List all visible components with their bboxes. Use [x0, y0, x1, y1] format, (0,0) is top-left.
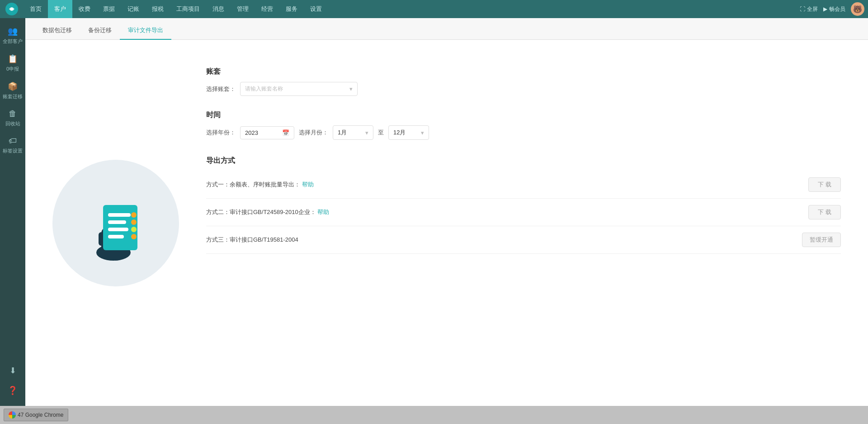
trash-icon: 🗑 — [9, 109, 17, 119]
nav-tax[interactable]: 报税 — [146, 0, 170, 18]
method-3-open-button[interactable]: 暂缓开通 — [802, 233, 841, 247]
month-end-chevron: ▾ — [421, 129, 424, 136]
content-area: 数据包迁移 备份迁移 审计文件导出 — [25, 18, 868, 406]
sidebar-item-label: 账套迁移 — [3, 93, 23, 100]
nav-message[interactable]: 消息 — [206, 0, 231, 18]
app-logo — [4, 1, 20, 17]
illustration-circle — [52, 160, 179, 286]
taskbar: 47 Google Chrome — [0, 406, 868, 424]
month-start-value: 1月 — [338, 129, 347, 137]
svg-point-13 — [131, 219, 137, 225]
method-2-label: 方式二：审计接口GB/T24589-2010企业： 帮助 — [206, 208, 329, 216]
sidebar-download-icon[interactable]: ⬇ — [5, 362, 21, 379]
export-section: 导出方式 方式一：余额表、序时账批量导出： 帮助 下 载 方式二：审计接口GB/… — [206, 156, 841, 254]
nav-home[interactable]: 首页 — [24, 0, 48, 18]
nav-manage[interactable]: 管理 — [231, 0, 255, 18]
method-2-text: 方式二：审计接口GB/T24589-2010企业： — [206, 209, 316, 215]
top-nav: 首页 客户 收费 票据 记账 报税 工商项目 消息 管理 经营 服务 设置 ⛶ … — [0, 0, 868, 18]
nav-settings[interactable]: 设置 — [304, 0, 328, 18]
time-section: 时间 选择年份： 2023 📅 选择月份： 1月 ▾ 至 — [206, 110, 841, 143]
tab-audit-export[interactable]: 审计文件导出 — [120, 22, 171, 40]
month-end-select[interactable]: 12月 ▾ — [388, 125, 429, 140]
method-1-help-link[interactable]: 帮助 — [302, 181, 314, 188]
sidebar-bottom: ⬇ ❓ — [5, 362, 21, 406]
to-separator: 至 — [378, 129, 384, 137]
member-button[interactable]: ▶ 畅会员 — [823, 5, 845, 13]
sidebar-item-tag-settings[interactable]: 🏷 标签设置 — [0, 132, 25, 159]
tab-data-migrate[interactable]: 数据包迁移 — [34, 22, 80, 40]
time-section-title: 时间 — [206, 110, 841, 120]
fullscreen-button[interactable]: ⛶ 全屏 — [800, 5, 818, 13]
account-select-input[interactable]: 请输入账套名称 ▾ — [240, 82, 358, 96]
export-method-3: 方式三：审计接口GB/T19581-2004 暂缓开通 — [206, 226, 841, 254]
method-3-text: 方式三：审计接口GB/T19581-2004 — [206, 236, 298, 243]
svg-rect-8 — [108, 213, 131, 217]
sidebar-item-zero-declare[interactable]: 📋 0申报 — [0, 49, 25, 77]
year-input[interactable]: 2023 📅 — [240, 126, 294, 139]
nav-billing[interactable]: 收费 — [72, 0, 97, 18]
sidebar-item-recycle[interactable]: 🗑 回收站 — [0, 105, 25, 132]
time-row: 选择年份： 2023 📅 选择月份： 1月 ▾ 至 12月 — [206, 125, 841, 140]
nav-service[interactable]: 服务 — [279, 0, 304, 18]
month-label: 选择月份： — [299, 129, 328, 137]
main-layout: 👥 全部客户 📋 0申报 📦 账套迁移 🗑 回收站 🏷 标签设置 ⬇ ❓ 数据包… — [0, 18, 868, 406]
svg-point-14 — [131, 227, 137, 232]
illustration-area — [52, 58, 179, 388]
svg-point-15 — [131, 234, 137, 239]
account-select-placeholder: 请输入账套名称 — [245, 85, 283, 93]
chrome-icon — [9, 411, 16, 419]
sidebar: 👥 全部客户 📋 0申报 📦 账套迁移 🗑 回收站 🏷 标签设置 ⬇ ❓ — [0, 18, 25, 406]
method-3-label: 方式三：审计接口GB/T19581-2004 — [206, 236, 298, 244]
month-end-value: 12月 — [393, 129, 406, 137]
tag-icon: 🏷 — [9, 136, 17, 146]
sidebar-item-label: 回收站 — [5, 120, 20, 127]
export-section-title: 导出方式 — [206, 156, 841, 166]
declare-icon: 📋 — [8, 54, 18, 64]
play-icon: ▶ — [823, 6, 827, 12]
nav-operation[interactable]: 经营 — [255, 0, 279, 18]
customers-icon: 👥 — [8, 26, 18, 36]
tab-backup-migrate[interactable]: 备份迁移 — [80, 22, 120, 40]
account-section-title: 账套 — [206, 67, 841, 76]
account-select-row: 选择账套： 请输入账套名称 ▾ — [206, 82, 841, 96]
nav-items: 首页 客户 收费 票据 记账 报税 工商项目 消息 管理 经营 服务 设置 — [24, 0, 800, 18]
nav-invoice[interactable]: 票据 — [97, 0, 121, 18]
member-label: 畅会员 — [829, 5, 845, 13]
account-section: 账套 选择账套： 请输入账套名称 ▾ — [206, 67, 841, 100]
svg-point-12 — [131, 212, 137, 218]
migrate-icon: 📦 — [8, 81, 18, 91]
avatar[interactable]: 🐻 — [851, 2, 864, 16]
account-select-chevron: ▾ — [349, 86, 353, 92]
nav-business[interactable]: 工商项目 — [170, 0, 206, 18]
sidebar-item-label: 0申报 — [6, 66, 19, 72]
calendar-icon: 📅 — [282, 129, 289, 136]
nav-right: ⛶ 全屏 ▶ 畅会员 🐻 — [800, 2, 864, 16]
fullscreen-label: 全屏 — [807, 5, 818, 13]
svg-rect-11 — [108, 235, 124, 238]
year-label: 选择年份： — [206, 129, 236, 137]
method-2-download-button[interactable]: 下 载 — [808, 205, 841, 219]
month-start-select[interactable]: 1月 ▾ — [333, 125, 373, 140]
account-select-label: 选择账套： — [206, 85, 236, 93]
method-1-download-button[interactable]: 下 载 — [808, 177, 841, 192]
export-method-1: 方式一：余额表、序时账批量导出： 帮助 下 载 — [206, 171, 841, 199]
export-method-2: 方式二：审计接口GB/T24589-2010企业： 帮助 下 载 — [206, 199, 841, 226]
method-1-label: 方式一：余额表、序时账批量导出： 帮助 — [206, 181, 314, 189]
year-value: 2023 — [245, 129, 258, 136]
taskbar-label: 47 Google Chrome — [18, 412, 63, 418]
method-1-text: 方式一：余额表、序时账批量导出： — [206, 181, 300, 188]
taskbar-chrome[interactable]: 47 Google Chrome — [4, 409, 68, 421]
nav-customer[interactable]: 客户 — [48, 0, 72, 18]
svg-point-1 — [10, 8, 13, 10]
main-panel: 账套 选择账套： 请输入账套名称 ▾ 时间 选择年份： — [25, 40, 868, 406]
fullscreen-icon: ⛶ — [800, 6, 805, 12]
method-2-help-link[interactable]: 帮助 — [317, 209, 329, 215]
sidebar-item-all-customers[interactable]: 👥 全部客户 — [0, 22, 25, 49]
sidebar-item-migrate[interactable]: 📦 账套迁移 — [0, 77, 25, 105]
svg-rect-10 — [108, 228, 128, 231]
nav-bookkeeping[interactable]: 记账 — [121, 0, 146, 18]
sidebar-item-label: 全部客户 — [3, 38, 23, 45]
svg-rect-9 — [108, 220, 126, 224]
tabs-bar: 数据包迁移 备份迁移 审计文件导出 — [25, 18, 868, 40]
sidebar-help-icon[interactable]: ❓ — [5, 382, 21, 399]
